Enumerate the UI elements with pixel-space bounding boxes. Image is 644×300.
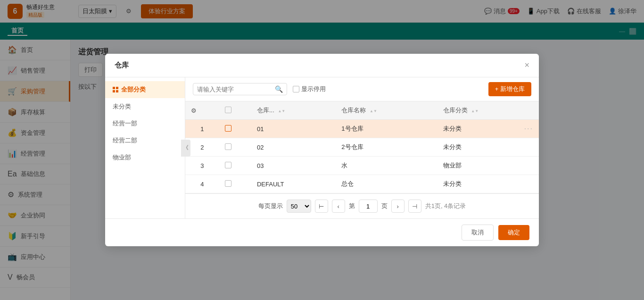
last-page-button[interactable]: ⊣ (408, 200, 421, 213)
row-num: 4 (185, 175, 219, 193)
col-code-label: 仓库... (257, 107, 274, 114)
search-input[interactable] (197, 86, 275, 93)
row-num: 1 (185, 120, 219, 138)
category-collapse-button[interactable]: 《 (181, 140, 190, 157)
col-gear-header[interactable]: ⚙ (185, 101, 219, 120)
row-name: 1号仓库 (336, 120, 437, 138)
grid-icon (113, 87, 118, 92)
modal-footer: 取消 确定 (105, 218, 539, 246)
row-checkbox[interactable] (225, 180, 231, 187)
category-all-label: 全部分类 (121, 85, 146, 94)
total-info: 共1页, 4条记录 (425, 202, 466, 210)
row-category: 物业部 (438, 157, 539, 175)
prev-page-button[interactable]: ‹ (332, 200, 345, 213)
collapse-icon: 《 (183, 144, 189, 152)
warehouse-modal: 仓库 × 全部分类 未分类 经营一部 经营二部 物业部 (105, 54, 539, 246)
row-category: 未分类··· (438, 120, 539, 138)
row-checkbox-cell (219, 138, 251, 157)
row-code: 02 (251, 138, 336, 157)
category-item-dept2[interactable]: 经营二部 (105, 132, 185, 149)
sort-cat-icon: ▲▼ (471, 109, 479, 113)
table-body: 1 01 1号仓库 未分类··· 2 02 2号仓库 未分类 3 03 水 物业… (185, 120, 539, 193)
category-item-property[interactable]: 物业部 (105, 149, 185, 166)
table-row[interactable]: 1 01 1号仓库 未分类··· (185, 120, 539, 138)
page-label: 页 (381, 202, 388, 210)
per-page-select[interactable]: 50 10 20 100 (287, 200, 311, 213)
row-checkbox[interactable] (225, 125, 231, 132)
go-page-label: 第 (349, 202, 355, 210)
row-name: 水 (336, 157, 437, 175)
col-name-header[interactable]: 仓库名称 ▲▼ (336, 101, 437, 120)
row-code: 01 (251, 120, 336, 138)
row-checkbox-cell (219, 175, 251, 193)
col-name-label: 仓库名称 (341, 107, 366, 114)
category-item-unclassified[interactable]: 未分类 (105, 98, 185, 115)
show-disabled-checkbox[interactable] (293, 86, 299, 92)
category-all[interactable]: 全部分类 (105, 81, 185, 98)
table-header: ⚙ 仓库... ▲▼ 仓库名称 ▲▼ (185, 101, 539, 120)
table-toolbar: 🔍 显示停用 + 新增仓库 (185, 77, 539, 101)
row-name: 2号仓库 (336, 138, 437, 157)
show-disabled-toggle[interactable]: 显示停用 (293, 85, 326, 93)
search-input-wrap: 🔍 (193, 83, 287, 95)
row-category: 未分类 (438, 138, 539, 157)
modal-overlay: 仓库 × 全部分类 未分类 经营一部 经营二部 物业部 (0, 0, 644, 300)
row-category: 未分类 (438, 175, 539, 193)
row-checkbox[interactable] (225, 162, 231, 168)
show-disabled-label: 显示停用 (301, 85, 326, 93)
modal-body: 全部分类 未分类 经营一部 经营二部 物业部 《 🔍 (105, 77, 539, 218)
table-row[interactable]: 3 03 水 物业部 (185, 157, 539, 175)
col-check-header (219, 101, 251, 120)
row-actions-icon[interactable]: ··· (524, 125, 533, 133)
col-code-header[interactable]: 仓库... ▲▼ (251, 101, 336, 120)
table-row[interactable]: 2 02 2号仓库 未分类 (185, 138, 539, 157)
modal-title: 仓库 (115, 61, 129, 70)
row-code: DEFAULT (251, 175, 336, 193)
cancel-button[interactable]: 取消 (462, 225, 494, 241)
sort-name-icon: ▲▼ (370, 109, 377, 113)
sort-code-icon: ▲▼ (278, 109, 285, 113)
row-checkbox-cell (219, 157, 251, 175)
per-page-label: 每页显示 (258, 202, 283, 210)
category-sidebar: 全部分类 未分类 经营一部 经营二部 物业部 《 (105, 77, 185, 218)
col-cat-header[interactable]: 仓库分类 ▲▼ (438, 101, 539, 120)
add-warehouse-button[interactable]: + 新增仓库 (488, 82, 531, 96)
pagination: 每页显示 50 10 20 100 ⊢ ‹ 第 页 › ⊣ 共1页, 4条记录 (185, 193, 539, 218)
warehouse-table: ⚙ 仓库... ▲▼ 仓库名称 ▲▼ (185, 101, 539, 193)
table-row[interactable]: 4 DEFAULT 总仓 未分类 (185, 175, 539, 193)
modal-header: 仓库 × (105, 54, 539, 77)
confirm-button[interactable]: 确定 (498, 225, 529, 240)
next-page-button[interactable]: › (391, 200, 405, 213)
select-all-checkbox[interactable] (225, 107, 231, 113)
first-page-button[interactable]: ⊢ (315, 200, 328, 213)
col-cat-label: 仓库分类 (443, 107, 468, 114)
search-icon[interactable]: 🔍 (275, 85, 283, 93)
page-number-input[interactable] (359, 200, 378, 213)
row-checkbox[interactable] (225, 143, 231, 150)
category-item-dept1[interactable]: 经营一部 (105, 115, 185, 132)
row-name: 总仓 (336, 175, 437, 193)
row-checkbox-cell (219, 120, 251, 138)
row-code: 03 (251, 157, 336, 175)
table-scroll: ⚙ 仓库... ▲▼ 仓库名称 ▲▼ (185, 101, 539, 193)
modal-close-button[interactable]: × (524, 60, 529, 70)
table-area: 🔍 显示停用 + 新增仓库 ⚙ (185, 77, 539, 218)
row-num: 3 (185, 157, 219, 175)
